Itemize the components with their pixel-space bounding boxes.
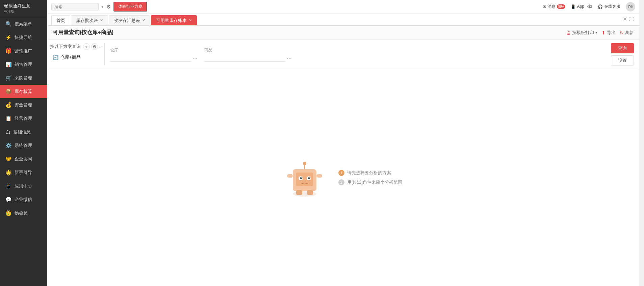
scheme-item-label: 仓库+商品: [60, 54, 81, 60]
empty-hint-2-text: 用[过滤]条件来缩小分析范围: [347, 179, 402, 185]
topbar: ▾ ⚙ 体验行业方案 ✉ 消息 99+ 📱 App下载 🎧 在线客服 Rit: [47, 0, 639, 14]
refresh-btn[interactable]: ↻ 刷新: [620, 30, 634, 36]
empty-robot-svg: [284, 157, 325, 198]
print-icon: 🖨: [566, 30, 571, 35]
appstore-icon: 📱: [5, 183, 12, 189]
sidebar-item-search[interactable]: 🔍搜索菜单: [0, 17, 47, 31]
username-label: Rit: [628, 5, 633, 9]
tab-close-available[interactable]: ✕: [189, 18, 192, 23]
add-scheme-btn[interactable]: +: [83, 43, 90, 50]
trial-btn[interactable]: 体验行业方案: [113, 2, 147, 11]
print-chevron-icon[interactable]: ▾: [595, 30, 597, 35]
product-filter: 商品 ···: [204, 47, 292, 62]
empty-hint-1-text: 请先选择要分析的方案: [347, 170, 391, 176]
purchase-icon: 🛒: [5, 75, 12, 81]
gear-icon[interactable]: ⚙: [106, 4, 111, 10]
online-service-label: 在线客服: [604, 4, 620, 9]
avatar[interactable]: Rit: [626, 2, 635, 11]
tab-close-summary[interactable]: ✕: [142, 18, 145, 23]
empty-text-area: 1 请先选择要分析的方案 2 用[过滤]条件来缩小分析范围: [338, 170, 402, 185]
system-icon: ⚙️: [5, 142, 12, 149]
newbie-icon: 🌟: [5, 170, 12, 176]
inventory-icon: 📦: [5, 88, 12, 95]
query-btn[interactable]: 查询: [611, 43, 634, 53]
operations-icon: 📋: [5, 115, 12, 122]
headset-icon: 🎧: [598, 4, 603, 9]
sidebar-item-label: 企业微信: [15, 197, 32, 203]
settings-btn[interactable]: 设置: [611, 55, 634, 66]
sidebar-nav: 🔍搜索菜单⚡快捷导航🎁营销推广📊销售管理🛒采购管理📦库存核算💰资金管理📋经营管理…: [0, 17, 47, 286]
tab-close-batch[interactable]: ✕: [100, 18, 103, 23]
query-buttons: 查询 设置: [611, 43, 639, 66]
message-label: 消息: [547, 4, 556, 9]
product-label: 商品: [204, 47, 292, 53]
svg-rect-12: [307, 190, 313, 195]
sidebar-item-newbie[interactable]: 🌟新手引导: [0, 166, 47, 179]
tab-label-batch: 库存批次账: [76, 18, 98, 24]
sidebar-item-appstore[interactable]: 📱应用中心: [0, 179, 47, 193]
expand-window-icon[interactable]: ⛶: [629, 16, 634, 22]
tab-summary[interactable]: 收发存汇总表✕: [109, 15, 150, 25]
product-input-wrapper: ···: [204, 54, 292, 62]
export-label: 导出: [607, 30, 616, 36]
sidebar-item-quick_nav[interactable]: ⚡快捷导航: [0, 31, 47, 44]
sidebar-item-label: 销售管理: [15, 61, 32, 68]
svg-rect-10: [316, 174, 322, 178]
print-label: 按模板打印: [572, 30, 594, 36]
scheme-item-icon: 🔄: [53, 55, 58, 60]
warehouse-more-icon[interactable]: ···: [192, 55, 198, 61]
collapse-scheme-icon[interactable]: «: [99, 44, 102, 49]
sidebar-item-marketing[interactable]: 🎁营销推广: [0, 44, 47, 58]
enterprise-icon: 🤝: [5, 156, 12, 162]
export-icon: ⬆: [601, 30, 606, 35]
warehouse-input-wrapper: ···: [110, 54, 198, 62]
warehouse-input[interactable]: [110, 54, 191, 62]
svg-rect-11: [296, 190, 302, 195]
export-btn[interactable]: ⬆ 导出: [601, 30, 616, 36]
svg-point-6: [308, 177, 310, 179]
print-template-btn[interactable]: 🖨 按模板打印 ▾: [566, 30, 597, 36]
app-download-btn[interactable]: 📱 App下载: [571, 4, 592, 9]
content-area: 可用量查询(按仓库+商品) 🖨 按模板打印 ▾ ⬆ 导出 ↻ 刷新: [47, 26, 639, 286]
sidebar-item-enterprise[interactable]: 🤝企业协同: [0, 152, 47, 166]
settings-scheme-btn[interactable]: ⚙: [91, 43, 98, 50]
member-icon: 👑: [5, 210, 12, 216]
sidebar-item-inventory[interactable]: 📦库存核算: [0, 85, 47, 98]
tab-available[interactable]: 可用量库存账本✕: [151, 15, 197, 25]
sidebar-item-label: 系统管理: [15, 142, 32, 149]
tab-label-summary: 收发存汇总表: [114, 18, 140, 24]
product-more-icon[interactable]: ···: [287, 55, 292, 61]
finance-icon: 💰: [5, 102, 12, 108]
step-1-num: 1: [338, 170, 344, 176]
sidebar-item-label: 营销推广: [15, 48, 32, 54]
sidebar-item-basic[interactable]: 🗂基础信息: [0, 125, 47, 139]
message-btn[interactable]: ✉ 消息 99+: [543, 4, 565, 9]
tab-home[interactable]: 首页: [51, 15, 70, 25]
online-service-btn[interactable]: 🎧 在线客服: [598, 4, 620, 9]
sidebar-item-sales[interactable]: 📊销售管理: [0, 58, 47, 71]
chevron-down-icon[interactable]: ▾: [101, 4, 104, 9]
sidebar-item-label: 新手引导: [15, 170, 32, 176]
sidebar-item-member[interactable]: 👑畅会员: [0, 206, 47, 220]
sidebar-item-finance[interactable]: 💰资金管理: [0, 98, 47, 112]
content-header: 可用量查询(按仓库+商品) 🖨 按模板打印 ▾ ⬆ 导出 ↻ 刷新: [47, 26, 639, 40]
scheme-item[interactable]: 🔄 仓库+商品: [50, 53, 102, 62]
empty-hint-1: 1 请先选择要分析的方案: [338, 170, 402, 176]
search-input[interactable]: [51, 3, 99, 10]
svg-point-5: [300, 177, 302, 179]
topbar-right: ✉ 消息 99+ 📱 App下载 🎧 在线客服 Rit: [543, 2, 635, 11]
search-icon: 🔍: [5, 21, 12, 27]
sidebar-item-system[interactable]: ⚙️系统管理: [0, 139, 47, 152]
product-input[interactable]: [204, 54, 285, 62]
query-area: 按以下方案查询 + ⚙ « 🔄 仓库+商品 仓库: [47, 40, 639, 69]
window-controls: ✕ ⛶: [623, 16, 635, 22]
close-window-icon[interactable]: ✕: [623, 16, 627, 22]
warehouse-label: 仓库: [110, 47, 198, 53]
main-area: ▾ ⚙ 体验行业方案 ✉ 消息 99+ 📱 App下载 🎧 在线客服 Rit 首…: [47, 0, 639, 286]
sidebar-item-wechat[interactable]: 💬企业微信: [0, 193, 47, 206]
sidebar-item-operations[interactable]: 📋经营管理: [0, 112, 47, 125]
tab-batch[interactable]: 库存批次账✕: [71, 15, 108, 25]
sidebar-item-label: 基础信息: [13, 129, 31, 135]
sidebar-item-purchase[interactable]: 🛒采购管理: [0, 71, 47, 85]
app-download-label: App下载: [577, 4, 592, 9]
